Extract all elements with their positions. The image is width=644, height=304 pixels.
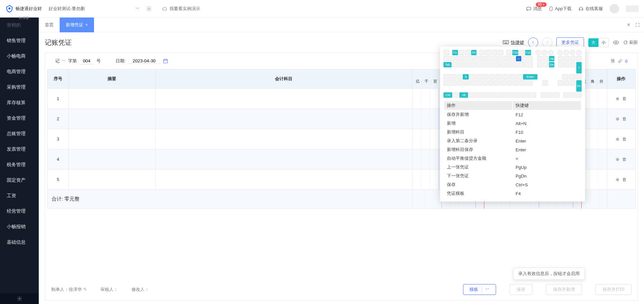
online-cs-link[interactable]: 在线客服 [578, 6, 603, 12]
tab-collapse-icon[interactable]: ✕ [627, 22, 631, 27]
template-button[interactable]: 模板 ﹀ [463, 284, 496, 295]
shortcut-link[interactable]: 快捷键 [503, 39, 524, 45]
svg-rect-2 [527, 7, 531, 10]
size-small[interactable]: 小 [599, 38, 609, 47]
context-text: 好业财测试-量勿删 [49, 6, 85, 12]
tab-new-voucher-label: 新增凭证 [66, 22, 83, 28]
cell-summary[interactable] [69, 89, 156, 109]
delete-row-icon[interactable]: 🗑 [622, 136, 626, 142]
delete-row-icon[interactable]: 🗑 [622, 177, 626, 182]
cloud-icon [162, 6, 167, 11]
top-header: 畅捷通好业财 标准版 好业财测试-量勿删 ﹀ 我要看实例演示 消息 99 + A… [0, 0, 644, 18]
sidebar-item-5[interactable]: 库存核算 [0, 95, 39, 111]
sidebar-item-7[interactable]: 总账管理 [0, 126, 39, 142]
delete-row-icon[interactable]: 🗑 [622, 96, 626, 101]
auditor-label: 审核人： [100, 286, 118, 293]
messages-badge: 99 + [536, 2, 547, 7]
add-row-icon[interactable]: ⊕ [616, 96, 619, 101]
cell-account[interactable] [155, 170, 412, 190]
more-vouchers-button[interactable]: 更多凭证 [556, 37, 584, 48]
add-row-icon[interactable]: ⊕ [616, 177, 619, 182]
headset-icon [578, 6, 584, 11]
edit-icon[interactable]: ✎ [83, 287, 87, 292]
calendar-icon[interactable] [163, 58, 168, 64]
chevron-down-icon: ﹀ [482, 286, 490, 293]
sidebar-item-10[interactable]: 固定资产 [0, 173, 39, 188]
sidebar-item-8[interactable]: 发票管理 [0, 142, 39, 157]
sidebar-item-12[interactable]: 经营管理 [0, 204, 39, 219]
svg-point-11 [615, 42, 617, 43]
date-label: 日期: [116, 58, 126, 64]
sidebar-item-4[interactable]: 采购管理 [0, 80, 39, 95]
sidebar-item-6[interactable]: 资金管理 [0, 111, 39, 126]
avatar[interactable] [610, 4, 619, 13]
sidebar-item-11[interactable]: 工资 [0, 188, 39, 204]
add-row-icon[interactable]: ⊕ [616, 157, 619, 162]
delete-row-icon[interactable]: 🗑 [622, 157, 626, 162]
sidebar-item-2[interactable]: 小畅电商 [0, 49, 39, 64]
user-tag [626, 5, 639, 12]
tab-new-voucher[interactable]: 新增凭证 × [60, 18, 94, 32]
cell-account[interactable] [155, 149, 412, 170]
refresh-button[interactable]: 刷新 [623, 39, 638, 45]
number-suffix: 号 [96, 58, 101, 64]
next-voucher-button[interactable] [542, 37, 552, 48]
cell-account[interactable] [155, 109, 412, 129]
cell-summary[interactable] [69, 129, 156, 149]
voucher-title: 记账凭证 [45, 38, 72, 47]
close-icon[interactable]: × [85, 22, 88, 27]
brand-text: 畅捷通好业财 [16, 6, 42, 12]
messages-link[interactable]: 消息 99 + [526, 6, 542, 12]
app-download-link[interactable]: App下载 [549, 6, 572, 12]
svg-rect-8 [506, 41, 507, 42]
save-tooltip: 录入有效信息后，按钮才会启用 [513, 268, 585, 280]
context-select[interactable]: 好业财测试-量勿删 ﹀ [49, 6, 140, 12]
sidebar-item-14[interactable]: 基础信息 [0, 235, 39, 250]
size-large[interactable]: 大 [588, 38, 599, 47]
preview-icon[interactable] [613, 40, 619, 45]
voucher-number-input[interactable] [79, 58, 94, 64]
svg-rect-12 [163, 59, 167, 63]
word-label: 字第 [68, 58, 77, 64]
cell-summary[interactable] [69, 109, 156, 129]
svg-point-1 [148, 8, 150, 9]
cell-ops: ⊕🗑 [607, 129, 635, 149]
cell-account[interactable] [155, 89, 412, 109]
sidebar-item-9[interactable]: 税务管理 [0, 157, 39, 173]
paperclip-icon[interactable] [618, 58, 622, 64]
prev-voucher-button[interactable] [528, 37, 538, 48]
gear-icon[interactable] [146, 6, 152, 12]
row-idx: 5 [48, 170, 69, 190]
delete-row-icon[interactable]: 🗑 [622, 116, 626, 121]
keyboard-diagram: F1F4 F10F12 = Up Tab Dn + [443, 50, 582, 98]
fullscreen-icon[interactable] [635, 23, 640, 27]
tabs-row: 首页 新增凭证 × ✕ [39, 18, 644, 32]
cell-ops: ⊕🗑 [607, 109, 635, 129]
type-label: 记 [55, 58, 60, 64]
cell-summary[interactable] [69, 149, 156, 170]
voucher-date-input[interactable] [128, 58, 161, 64]
sidebar-settings[interactable] [0, 293, 39, 304]
tab-home[interactable]: 首页 [39, 18, 60, 32]
size-toggle: 大 小 [588, 38, 609, 47]
add-row-icon[interactable]: ⊕ [616, 116, 619, 121]
svg-rect-9 [507, 41, 508, 42]
add-row-icon[interactable]: ⊕ [616, 136, 619, 142]
cell-ops: ⊕🗑 [607, 89, 635, 109]
demo-link[interactable]: 我要看实例演示 [162, 6, 200, 12]
demo-link-text: 我要看实例演示 [170, 6, 200, 12]
sidebar-item-1[interactable]: 销售管理 [0, 33, 39, 49]
row-idx: 4 [48, 149, 69, 170]
sc-head-key: 快捷键 [513, 101, 581, 110]
cell-summary[interactable] [69, 170, 156, 190]
shortcut-label: 快捷键 [511, 39, 524, 45]
sidebar-item-0[interactable]: 营销的 [0, 18, 39, 33]
online-cs-text: 在线客服 [585, 6, 603, 12]
row-idx: 3 [48, 129, 69, 149]
modifier-label: 修改人： [131, 286, 149, 293]
svg-rect-3 [550, 7, 552, 11]
chevron-down-icon[interactable]: ﹀ [62, 58, 66, 64]
sidebar-item-3[interactable]: 电商管理 [0, 64, 39, 80]
sidebar-item-13[interactable]: 小畅报销 [0, 219, 39, 235]
cell-account[interactable] [155, 129, 412, 149]
